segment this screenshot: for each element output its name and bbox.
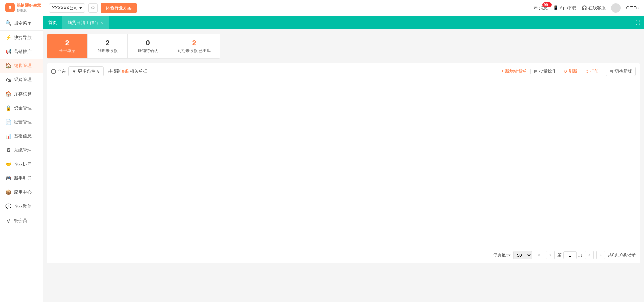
sidebar-label-system: 系统管理 xyxy=(14,147,32,153)
add-order-button[interactable]: + 新增销货单 xyxy=(501,68,527,74)
batch-label: 批量操作 xyxy=(539,68,556,74)
close-tab-icon[interactable]: ✕ xyxy=(100,21,103,25)
sidebar-item-quicknav[interactable]: ⚡ 快捷导航 xyxy=(0,31,43,45)
quicknav-icon: ⚡ xyxy=(5,35,11,41)
online-service-button[interactable]: 🎧 在线客服 xyxy=(582,5,606,11)
minimize-icon[interactable]: — xyxy=(625,19,633,27)
logo-area: 6 畅捷通好生意 标准版 xyxy=(5,3,46,12)
message-button[interactable]: ✉ 消息 99+ xyxy=(534,5,548,11)
empty-state xyxy=(47,80,640,214)
batch-button[interactable]: ⊞ 批量操作 xyxy=(534,68,556,74)
sidebar-label-search: 搜索菜单 xyxy=(14,20,32,26)
found-text: 共找到 0条 相关单据 xyxy=(108,68,147,74)
sidebar-item-collab[interactable]: 🤝 企业协同 xyxy=(0,157,43,171)
refresh-label: 刷新 xyxy=(569,68,577,74)
settings-button[interactable]: ⚙ xyxy=(88,3,98,13)
switch-icon: ⊟ xyxy=(609,69,613,74)
logo-text-block: 畅捷通好生意 标准版 xyxy=(17,3,41,12)
search-icon: 🔍 xyxy=(5,20,11,26)
stat-label-pending: 旺铺待确认 xyxy=(137,48,158,54)
sidebar-item-marketing[interactable]: 📢 营销推广 xyxy=(0,45,43,59)
print-label: 打印 xyxy=(590,68,599,74)
sidebar-item-wechat[interactable]: 💬 企业微信 xyxy=(0,199,43,214)
switch-version-button[interactable]: ⊟ 切换新版 xyxy=(606,67,636,76)
system-icon: ⚙ xyxy=(5,147,11,153)
first-page-button[interactable]: « xyxy=(535,251,543,259)
purchase-icon: 🛍 xyxy=(5,77,11,83)
sidebar-item-system[interactable]: ⚙ 系统管理 xyxy=(0,143,43,157)
page-label: 第 xyxy=(557,252,562,258)
sales-icon: 🏠 xyxy=(5,63,11,69)
refresh-icon: ↺ xyxy=(564,69,567,74)
stat-number-pending: 0 xyxy=(137,39,158,47)
sidebar-item-sales[interactable]: 🏠 销售管理 xyxy=(0,59,43,73)
sidebar-label-sales: 销售管理 xyxy=(14,63,32,69)
main-content: 2 全部单据 2 到期未收款 0 旺铺待确认 2 到期未收款 已出库 全选 xyxy=(43,29,644,302)
gear-icon: ⚙ xyxy=(91,5,95,10)
sidebar-label-purchase: 采购管理 xyxy=(14,77,32,83)
toolbar-right: + 新增销货单 ⊞ 批量操作 ↺ 刷新 🖨 打印 ⊟ xyxy=(501,67,636,76)
stat-card-overdue[interactable]: 2 到期未收款 xyxy=(88,34,128,58)
online-label: 在线客服 xyxy=(588,5,606,11)
sidebar-item-member[interactable]: V 畅会员 xyxy=(0,214,43,228)
member-icon: V xyxy=(5,218,11,224)
nav-tab-actions: — ⛶ xyxy=(625,19,644,27)
mobile-icon: 📱 xyxy=(553,5,558,10)
divider-4 xyxy=(602,69,602,74)
prev-page-button[interactable]: < xyxy=(546,251,555,259)
toolbar: 全选 ▼ 更多条件 ∨ 共找到 0条 相关单据 + 新增销货单 ⊞ 批量操作 xyxy=(47,63,640,80)
sidebar-item-guide[interactable]: 🎮 新手引导 xyxy=(0,171,43,185)
stat-card-pending[interactable]: 0 旺铺待确认 xyxy=(128,34,168,58)
found-count: 0条 xyxy=(122,69,129,74)
logo-sub: 标准版 xyxy=(17,8,41,13)
tab-home[interactable]: 首页 xyxy=(43,16,62,29)
stat-card-shipped[interactable]: 2 到期未收款 已出库 xyxy=(168,34,220,58)
refresh-button[interactable]: ↺ 刷新 xyxy=(564,68,577,74)
total-info: 共0页,0条记录 xyxy=(608,252,636,258)
sidebar-label-operation: 经营管理 xyxy=(14,119,32,125)
top-bar-left: 6 畅捷通好生意 标准版 XXXXXX公司 ▾ ⚙ 体验行业方案 xyxy=(5,3,137,13)
inventory-icon: 🏠 xyxy=(5,91,11,97)
message-badge: 99+ xyxy=(542,2,552,7)
last-page-button[interactable]: » xyxy=(596,251,605,259)
wechat-icon: 💬 xyxy=(5,203,11,209)
current-page-input[interactable] xyxy=(563,251,577,259)
app-label: App下载 xyxy=(560,5,576,11)
company-name: XXXXXX公司 xyxy=(52,5,78,11)
sidebar-label-collab: 企业协同 xyxy=(14,161,32,167)
guide-icon: 🎮 xyxy=(5,175,11,181)
company-selector[interactable]: XXXXXX公司 ▾ xyxy=(49,3,85,13)
marketing-icon: 📢 xyxy=(5,49,11,55)
stat-number-shipped: 2 xyxy=(177,39,211,47)
avatar[interactable] xyxy=(611,3,621,13)
next-page-button[interactable]: > xyxy=(585,251,594,259)
app-download-button[interactable]: 📱 App下载 xyxy=(553,5,576,11)
sidebar-item-operation[interactable]: 📄 经营管理 xyxy=(0,115,43,129)
finance-icon: 🔒 xyxy=(5,105,11,111)
stat-card-all[interactable]: 2 全部单据 xyxy=(47,34,88,58)
sidebar-item-appcenter[interactable]: 📦 应用中心 xyxy=(0,185,43,199)
sidebar-label-basicinfo: 基础信息 xyxy=(14,133,32,139)
trial-btn[interactable]: 体验行业方案 xyxy=(101,3,137,13)
filter-label: 更多条件 xyxy=(78,68,95,74)
sidebar-item-finance[interactable]: 🔒 资金管理 xyxy=(0,101,43,115)
tab-workbench[interactable]: 钱货日清工作台 ✕ xyxy=(62,16,109,29)
tab-workbench-label: 钱货日清工作台 xyxy=(68,20,98,26)
batch-icon: ⊞ xyxy=(534,69,538,74)
print-button[interactable]: 🖨 打印 xyxy=(584,68,599,74)
sidebar-item-inventory[interactable]: 🏠 库存核算 xyxy=(0,87,43,101)
sidebar-item-search[interactable]: 🔍 搜索菜单 xyxy=(0,16,43,31)
divider-1 xyxy=(530,69,531,74)
stat-number-all: 2 xyxy=(57,39,78,47)
sidebar-label-appcenter: 应用中心 xyxy=(14,189,32,195)
expand-icon[interactable]: ⛶ xyxy=(634,19,641,27)
divider-3 xyxy=(581,69,581,74)
per-page-select[interactable]: 50 100 xyxy=(513,251,532,259)
filter-button[interactable]: ▼ 更多条件 ∨ xyxy=(68,66,104,76)
sidebar-item-purchase[interactable]: 🛍 采购管理 xyxy=(0,73,43,87)
select-all-input[interactable] xyxy=(51,69,56,74)
select-all-checkbox[interactable]: 全选 xyxy=(51,68,66,74)
sidebar-item-basicinfo[interactable]: 📊 基础信息 xyxy=(0,129,43,143)
top-bar: 6 畅捷通好生意 标准版 XXXXXX公司 ▾ ⚙ 体验行业方案 ✉ 消息 99… xyxy=(0,0,644,16)
per-page-label: 每页显示 xyxy=(493,252,511,258)
